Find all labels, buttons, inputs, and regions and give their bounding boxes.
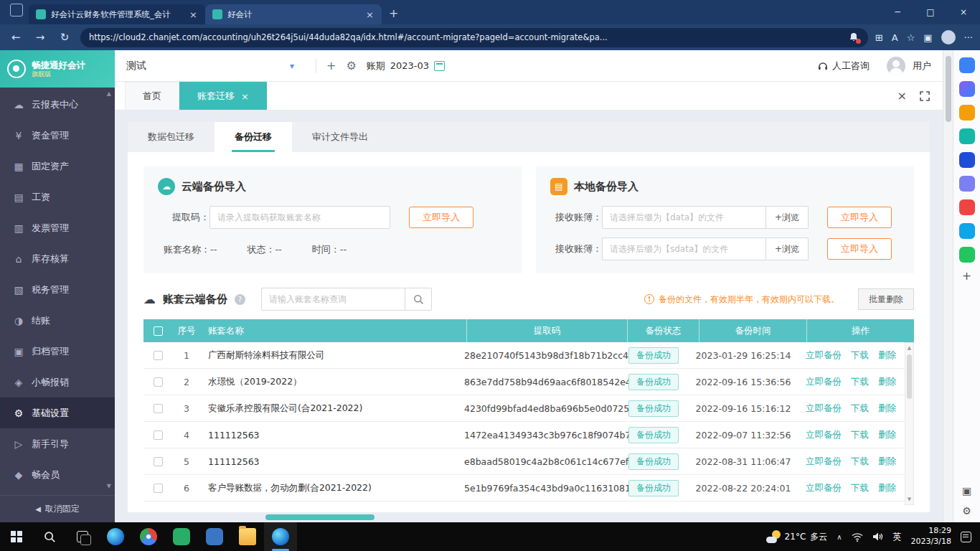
sidebar-item[interactable]: ⚙ 基础设置 [0,397,115,428]
sidebar-item[interactable]: ◈ 小畅报销 [0,367,115,397]
taskbar-app[interactable] [198,522,231,551]
edge-sidebar-icon[interactable] [959,81,975,97]
delete-link[interactable]: 删除 [878,482,896,494]
extract-code-input[interactable] [209,206,390,229]
backup-now-link[interactable]: 立即备份 [806,456,842,468]
content-tab[interactable]: 数据包迁移 [128,122,215,152]
backup-now-link[interactable]: 立即备份 [806,482,842,494]
taskbar-app[interactable] [264,522,297,551]
row-checkbox[interactable] [154,457,163,466]
table-scrollbar[interactable]: ▲ ▼ [905,342,914,505]
settings-gear-icon[interactable]: ⚙ [346,59,356,72]
content-tab[interactable]: 审计文件导出 [292,122,388,152]
period-value[interactable]: 2023-03 [390,60,429,71]
tab-close-icon[interactable]: × [364,9,376,20]
sidebar-scroll-down-icon[interactable]: ▼ [107,483,111,489]
close-button[interactable]: × [947,0,980,24]
sidebar-item[interactable]: ⌂ 库存核算 [0,243,115,274]
sidebar-item[interactable]: ◑ 结账 [0,305,115,336]
edge-sidebar-icon[interactable] [959,128,975,144]
add-account-set-icon[interactable]: + [326,59,336,72]
browser-tab-2[interactable]: 好会计 × [205,4,382,24]
search-button[interactable] [405,288,432,311]
delete-link[interactable]: 删除 [878,349,896,362]
download-link[interactable]: 下载 [851,402,869,415]
close-all-tabs-icon[interactable]: × [897,89,907,103]
download-link[interactable]: 下载 [851,376,869,388]
more-menu-icon[interactable]: ··· [964,32,973,43]
page-scrollbar[interactable] [943,50,953,522]
task-view-button[interactable] [66,522,99,551]
taskbar-app[interactable] [99,522,132,551]
sidebar-item[interactable]: ▷ 新手引导 [0,428,115,459]
read-aloud-icon[interactable]: A [892,32,898,43]
sidebar-item[interactable]: ▧ 税务管理 [0,274,115,305]
row-checkbox[interactable] [154,484,163,493]
edge-sidebar-icon[interactable] [959,176,975,192]
batch-delete-button[interactable]: 批量删除 [858,288,914,310]
favorite-star-icon[interactable]: ☆ [907,32,915,43]
fullscreen-icon[interactable] [920,91,930,101]
workspace-icon[interactable] [10,4,23,17]
notification-center-icon[interactable] [961,532,971,542]
sidebar-settings-icon[interactable]: ⚙ [962,505,971,517]
browse-button[interactable]: +浏览 [765,206,809,229]
new-tab-button[interactable]: + [382,6,405,24]
add-sidebar-item-icon[interactable]: + [962,270,971,282]
sidebar-scroll-up-icon[interactable]: ▲ [107,90,111,97]
notification-bell-icon[interactable] [848,32,859,43]
backup-now-link[interactable]: 立即备份 [806,376,842,388]
refresh-icon[interactable]: ↻ [56,31,73,44]
row-checkbox[interactable] [154,430,163,440]
local-import-button[interactable]: 立即导入 [827,238,892,260]
edge-sidebar-icon[interactable] [959,199,975,215]
delete-link[interactable]: 删除 [878,429,896,441]
delete-link[interactable]: 删除 [878,456,896,468]
sidebar-item[interactable]: ▣ 归档管理 [0,336,115,367]
start-button[interactable] [0,522,33,551]
clock[interactable]: 18:29 2023/3/18 [911,526,951,547]
row-checkbox[interactable] [154,404,163,413]
url-text[interactable]: https://cloud2.chanjet.com/accounting/uh… [89,32,842,42]
edge-sidebar-icon[interactable] [959,105,975,121]
download-link[interactable]: 下载 [851,429,869,441]
browser-profile-avatar[interactable] [941,30,956,44]
backup-now-link[interactable]: 立即备份 [806,349,842,362]
weather-widget[interactable]: 21°C 多云 [766,530,828,543]
sidebar-item[interactable]: ◆ 畅会员 [0,459,115,490]
backup-now-link[interactable]: 立即备份 [806,402,842,415]
wifi-icon[interactable] [852,532,863,542]
local-import-button[interactable]: 立即导入 [827,207,892,228]
taskbar-app[interactable] [132,522,165,551]
calendar-icon[interactable] [434,61,445,71]
tab-account-migrate[interactable]: 账套迁移 × [179,82,267,110]
edge-sidebar-icon[interactable] [959,152,975,168]
user-avatar[interactable] [887,57,905,75]
scroll-down-icon[interactable]: ▼ [908,494,911,504]
search-input[interactable] [261,288,405,311]
taskbar-app[interactable] [231,522,264,551]
cloud-import-button[interactable]: 立即导入 [409,207,473,228]
row-checkbox[interactable] [154,351,163,360]
row-checkbox[interactable] [154,377,163,387]
help-icon[interactable]: ? [235,294,245,305]
minimize-button[interactable]: ─ [881,0,914,24]
tab-home[interactable]: 首页 [125,82,179,110]
delete-link[interactable]: 删除 [878,402,896,415]
user-label[interactable]: 用户 [913,60,931,72]
select-all-checkbox[interactable] [154,326,163,336]
edge-sidebar-icon[interactable] [959,57,975,73]
sidebar-panel-icon[interactable]: ▣ [962,485,971,496]
sidebar-item[interactable]: ☁ 云报表中心 [0,89,115,120]
edge-sidebar-icon[interactable] [959,223,975,239]
download-link[interactable]: 下载 [851,482,869,494]
backup-now-link[interactable]: 立即备份 [806,429,842,441]
maximize-button[interactable]: □ [914,0,947,24]
unpin-sidebar-button[interactable]: ◀ 取消固定 [0,495,115,522]
forward-icon[interactable]: → [32,31,49,44]
table-scrollbar-thumb[interactable] [907,354,912,399]
edge-sidebar-icon[interactable] [959,247,975,263]
account-set-selector[interactable]: 测试 ▾ [126,60,306,72]
sidebar-item[interactable]: ¥ 资金管理 [0,120,115,151]
tab-close-icon[interactable]: × [241,91,249,102]
